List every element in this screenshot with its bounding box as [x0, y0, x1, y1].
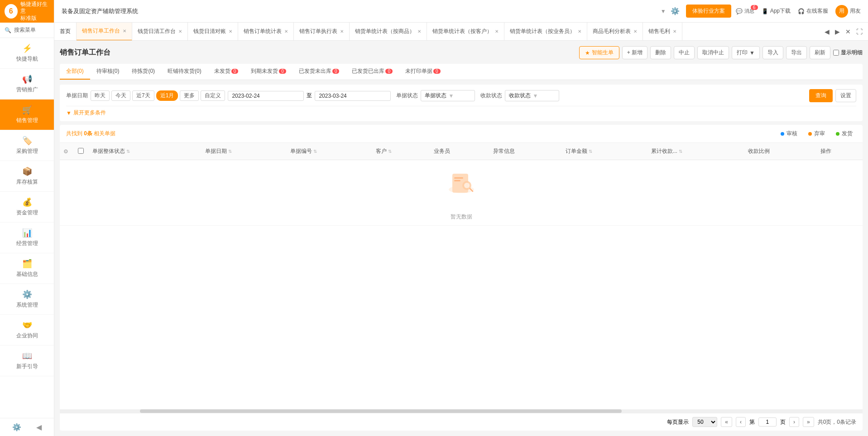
- sidebar-nav-item-cooperation[interactable]: 🤝 企业协同: [0, 315, 54, 346]
- prev-page-btn[interactable]: ‹: [736, 417, 746, 427]
- scrollbar-track[interactable]: [60, 409, 863, 413]
- sidebar-nav-item-marketing[interactable]: 📢 营销推广: [0, 69, 54, 100]
- filter-tab-shipped-out[interactable]: 已发货已出库0: [345, 64, 399, 80]
- col-checkbox[interactable]: [74, 143, 89, 160]
- delete-button[interactable]: 删除: [650, 46, 671, 59]
- sidebar-nav-item-quick-nav[interactable]: ⚡ 快捷导航: [0, 38, 54, 69]
- sidebar-nav-item-guide[interactable]: 📖 新手引导: [0, 346, 54, 376]
- query-button[interactable]: 查询: [809, 89, 833, 102]
- filter-tab-wangpu-ship[interactable]: 旺铺待发货(0): [161, 64, 208, 80]
- tab-sales-customer[interactable]: 销货单统计表（按客户） ✕: [427, 23, 504, 41]
- tab-sales-more[interactable]: 销售毛利 ✕: [643, 23, 682, 41]
- date-btn-custom[interactable]: 自定义: [201, 90, 225, 101]
- tab-close-icon[interactable]: ✕: [417, 29, 421, 34]
- refresh-button[interactable]: 刷新: [810, 46, 830, 59]
- tab-close-icon[interactable]: ✕: [673, 29, 676, 34]
- per-page-select[interactable]: 50 100 200: [692, 417, 717, 427]
- app-download-item[interactable]: 📱 App下载: [762, 7, 791, 15]
- sort-icon[interactable]: ⇅: [679, 149, 682, 154]
- sidebar-nav-item-system[interactable]: ⚙️ 系统管理: [0, 284, 54, 315]
- sidebar-nav-item-basic-info[interactable]: 🗂️ 基础信息: [0, 253, 54, 284]
- tab-sales-product[interactable]: 销货单统计表（按商品） ✕: [350, 23, 427, 41]
- tab-prev-btn[interactable]: ◀: [823, 27, 831, 36]
- sort-icon[interactable]: ⇅: [313, 149, 317, 154]
- tab-close-icon[interactable]: ✕: [340, 29, 344, 34]
- cancel-pause-button[interactable]: 取消中止: [697, 46, 729, 59]
- sidebar-nav-item-sales[interactable]: 🛒 销售管理: [0, 100, 54, 130]
- table-scroll[interactable]: ⚙ 单据整体状态 ⇅ 单据日期 ⇅: [60, 143, 863, 409]
- tab-cash-reconcile[interactable]: 钱货日清对账 ✕: [188, 23, 238, 41]
- sidebar-search[interactable]: 🔍 搜索菜单: [0, 23, 54, 38]
- tab-home[interactable]: 首页: [54, 23, 77, 41]
- sort-icon[interactable]: ⇅: [126, 149, 130, 154]
- filter-tab-pending-review[interactable]: 待审核(0): [90, 64, 126, 80]
- sidebar-nav-item-operation[interactable]: 📊 经营管理: [0, 223, 54, 253]
- payment-select[interactable]: 收款状态 ▼: [505, 90, 559, 101]
- settings-footer-icon[interactable]: ⚙️: [12, 423, 21, 431]
- cancel-review-btn[interactable]: 弃审: [805, 128, 829, 139]
- tab-fullscreen-btn[interactable]: ⛶: [854, 27, 864, 36]
- page-input[interactable]: [758, 417, 777, 427]
- pause-button[interactable]: 中止: [674, 46, 695, 59]
- tab-cash-daily[interactable]: 钱货日清工作台 ✕: [132, 23, 188, 41]
- export-button[interactable]: 导出: [786, 46, 807, 59]
- sidebar-nav-item-inventory[interactable]: 📦 库存核算: [0, 161, 54, 192]
- filter-tab-not-shipped[interactable]: 未发货0: [208, 64, 245, 80]
- online-service-item[interactable]: 🎧 在线客服: [798, 7, 828, 15]
- message-item[interactable]: 💬 6 消息: [736, 8, 754, 14]
- expand-btn[interactable]: ▼ 展开更多条件: [66, 109, 856, 117]
- tab-close-icon[interactable]: ✕: [123, 28, 126, 33]
- settings-button[interactable]: 设置: [835, 89, 856, 102]
- ship-btn[interactable]: 发货: [832, 128, 856, 139]
- date-btn-1month[interactable]: 近1月: [156, 90, 178, 101]
- tab-sales-execute[interactable]: 销售订单执行表 ✕: [294, 23, 350, 41]
- filter-tab-shipped-in[interactable]: 已发货未出库0: [293, 64, 346, 80]
- first-page-btn[interactable]: «: [721, 417, 732, 427]
- tab-close-icon[interactable]: ✕: [495, 29, 499, 34]
- filter-tab-all[interactable]: 全部(0): [60, 64, 90, 80]
- date-from-input[interactable]: [228, 91, 304, 101]
- filter-tab-pending-inspect[interactable]: 待拣货(0): [125, 64, 161, 80]
- tab-sales-workbench[interactable]: 销售订单工作台 ✕: [77, 23, 132, 41]
- show-detail-checkbox[interactable]: [833, 50, 839, 56]
- tab-close-icon[interactable]: ✕: [578, 29, 581, 34]
- scrollbar-thumb[interactable]: [140, 409, 622, 413]
- tab-sales-staff[interactable]: 销货单统计表（按业务员） ✕: [504, 23, 587, 41]
- next-page-btn[interactable]: ›: [789, 417, 799, 427]
- col-settings[interactable]: ⚙: [60, 143, 74, 160]
- tab-next-btn[interactable]: ▶: [833, 27, 842, 36]
- sort-icon[interactable]: ⇅: [228, 149, 232, 154]
- sort-icon[interactable]: ⇅: [388, 149, 392, 154]
- review-btn[interactable]: 审核: [777, 128, 801, 139]
- tab-sales-stats[interactable]: 销售订单统计表 ✕: [238, 23, 294, 41]
- import-button[interactable]: 导入: [762, 46, 783, 59]
- date-btn-7days[interactable]: 近7天: [132, 90, 154, 101]
- date-to-input[interactable]: [315, 91, 391, 101]
- sidebar-nav-item-finance[interactable]: 💰 资金管理: [0, 192, 54, 223]
- filter-tab-overdue-ship[interactable]: 到期未发货0: [245, 64, 293, 80]
- date-btn-today[interactable]: 今天: [111, 90, 130, 101]
- gear-icon[interactable]: ⚙️: [671, 7, 680, 15]
- smart-create-button[interactable]: ★ 智能生单: [579, 46, 619, 59]
- user-item[interactable]: 用 用友: [835, 5, 861, 18]
- tab-product-margin[interactable]: 商品毛利分析表 ✕: [587, 23, 643, 41]
- chevron-down-icon[interactable]: ▼: [661, 8, 666, 14]
- last-page-btn[interactable]: »: [803, 417, 814, 427]
- select-all-checkbox[interactable]: [78, 148, 84, 154]
- show-detail-label[interactable]: 显示明细: [833, 49, 863, 57]
- tab-close-icon[interactable]: ✕: [178, 29, 182, 34]
- date-btn-more[interactable]: 更多: [180, 90, 199, 101]
- status-select[interactable]: 单据状态 ▼: [421, 90, 475, 101]
- date-btn-yesterday[interactable]: 昨天: [91, 90, 110, 101]
- sidebar-nav-item-purchase[interactable]: 🏷️ 采购管理: [0, 130, 54, 161]
- filter-tab-not-printed[interactable]: 未打印单据0: [399, 64, 447, 80]
- sort-icon[interactable]: ⇅: [589, 149, 592, 154]
- tab-close-icon[interactable]: ✕: [229, 29, 232, 34]
- tab-close-icon[interactable]: ✕: [633, 29, 637, 34]
- add-button[interactable]: + 新增: [622, 46, 647, 59]
- print-button[interactable]: 打印 ▼: [732, 46, 760, 59]
- tab-close-icon[interactable]: ✕: [284, 29, 288, 34]
- tab-close-all-btn[interactable]: ✕: [844, 27, 853, 36]
- exp-btn[interactable]: 体验行业方案: [686, 5, 731, 18]
- collapse-icon[interactable]: ◀: [36, 423, 42, 431]
